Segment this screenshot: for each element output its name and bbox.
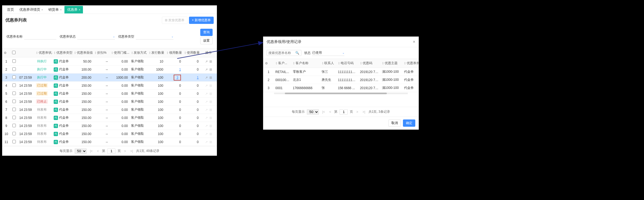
col-contact[interactable]: ▲▼联系人 bbox=[320, 59, 336, 68]
table-row[interactable]: 814 23:59待发布代代金券150.00--0.00客户领取10000↗⊞ bbox=[2, 114, 217, 122]
qr-icon[interactable]: ⊞ bbox=[209, 60, 212, 63]
close-icon[interactable]: × bbox=[79, 8, 80, 11]
table-row[interactable]: 614 23:59已终止代代金券150.00--0.00客户领取10000↗⊞ bbox=[2, 98, 217, 106]
filter-bar: 优惠券名称 优惠券状态 ⌄ 优惠券类型 ⌄ 查询 设置 bbox=[2, 27, 217, 48]
row-checkbox[interactable] bbox=[12, 124, 16, 127]
share-icon[interactable]: ↗ bbox=[205, 68, 208, 71]
table-row[interactable]: 1RETAIL...零散客户张三111111111112019120 70...… bbox=[263, 68, 419, 76]
row-checkbox[interactable] bbox=[12, 132, 16, 135]
sort-icon: ▲▼ bbox=[360, 62, 362, 65]
page-last[interactable]: >| bbox=[129, 149, 134, 153]
row-claimed: 0 bbox=[165, 98, 183, 106]
tabs-bar: 首页优惠券详情页×销货单×优惠券× bbox=[2, 5, 217, 14]
row-checkbox[interactable] bbox=[12, 92, 16, 95]
row-issued: 10 bbox=[147, 57, 165, 66]
row-checkbox[interactable] bbox=[12, 140, 16, 143]
col-subject[interactable]: ▲▼优惠主题 bbox=[380, 59, 402, 68]
table-row[interactable]: 1114 23:59待发布代代金券150.00--0.00客户领取10000↗⊞ bbox=[2, 138, 217, 146]
col-phone[interactable]: ▲▼电话号码 bbox=[336, 59, 358, 68]
modal-body: ⚙ ▲▼客户... ▲▼客户名称 ▲▼联系人 ▲▼电话号码 ▲▼优惠码 ▲▼优惠… bbox=[263, 59, 419, 107]
add-coupon-button[interactable]: + 新增优惠券 bbox=[189, 17, 214, 24]
confirm-button[interactable]: 确定 bbox=[403, 119, 415, 127]
settings-button[interactable]: 设置 bbox=[200, 37, 213, 44]
select-all-checkbox[interactable] bbox=[12, 51, 16, 54]
col-type[interactable]: ▲▼优惠券类型 bbox=[52, 48, 72, 57]
filter-name-input[interactable] bbox=[24, 34, 56, 39]
table-row[interactable]: 714 23:59待发布代代金券150.00--0.00客户领取10000↗⊞ bbox=[2, 106, 217, 114]
filter-status-select[interactable]: ⌄ bbox=[77, 34, 115, 39]
cancel-button[interactable]: 取消 bbox=[388, 119, 401, 127]
col-face[interactable]: ▲▼优惠券面值 bbox=[72, 48, 93, 57]
row-checkbox[interactable] bbox=[12, 116, 16, 119]
row-index: 5 bbox=[2, 90, 10, 98]
col-cust-code[interactable]: ▲▼客户... bbox=[274, 59, 291, 68]
sort-icon: ▲▼ bbox=[275, 62, 278, 65]
tab[interactable]: 首页 bbox=[4, 6, 17, 13]
row-ops: ↗⊞ bbox=[200, 57, 217, 66]
table-row[interactable]: 3000117666666666张156 6666 ...2019120 70.… bbox=[263, 84, 419, 92]
page-input[interactable] bbox=[340, 109, 348, 115]
col-issued[interactable]: ▲▼发行数量 bbox=[147, 48, 165, 57]
per-page-select[interactable]: 50 bbox=[75, 148, 87, 154]
table-row[interactable]: 1待执行代代金券50.00--0.00客户领取1000↗⊞ bbox=[2, 57, 217, 66]
page-next[interactable]: > bbox=[355, 110, 359, 114]
tab[interactable]: 优惠券详情页× bbox=[17, 6, 46, 13]
table-row[interactable]: 514 23:59已过期代代金券150.00--0.00客户领取10000↗⊞ bbox=[2, 90, 217, 98]
page-prefix: 第 bbox=[334, 110, 337, 114]
col-cust-name[interactable]: ▲▼客户名称 bbox=[291, 59, 320, 68]
row-checkbox[interactable] bbox=[12, 75, 16, 79]
row-issued: 100 bbox=[147, 130, 165, 138]
close-icon[interactable]: × bbox=[60, 8, 61, 11]
table-row[interactable]: 1014 23:59待发布代代金券150.00--0.00客户领取10000↗⊞ bbox=[2, 130, 217, 138]
col-method[interactable]: ▲▼发放方式 bbox=[129, 48, 147, 57]
row-checkbox[interactable] bbox=[12, 67, 16, 71]
used-link[interactable]: 1 bbox=[197, 76, 199, 79]
close-icon[interactable]: × bbox=[413, 39, 415, 44]
per-page-select[interactable]: 50 bbox=[307, 109, 319, 115]
row-checkbox[interactable] bbox=[12, 100, 16, 103]
col-discount[interactable]: ▲▼折扣% bbox=[93, 48, 110, 57]
col-used[interactable]: ▲▼使用数量 bbox=[183, 48, 200, 57]
row-checkbox[interactable] bbox=[12, 59, 16, 63]
gear-header[interactable]: ⚙ bbox=[263, 59, 274, 68]
page-next[interactable]: > bbox=[123, 149, 127, 153]
page-prev[interactable]: < bbox=[328, 110, 332, 114]
page-first[interactable]: |< bbox=[89, 149, 94, 153]
filter-type-select[interactable]: ⌄ bbox=[136, 34, 173, 39]
table-row[interactable]: 200010001北京1唐先生111111111112019120 70...满… bbox=[263, 76, 419, 84]
share-icon[interactable]: ↗ bbox=[205, 60, 208, 63]
col-claimed[interactable]: ▲▼领用数量 bbox=[165, 48, 183, 57]
table-row[interactable]: 414 23:59已过期代代金券150.00--0.00客户领取10000↗⊞ bbox=[2, 82, 217, 90]
row-type: 代代金券 bbox=[52, 90, 72, 98]
tab[interactable]: 优惠券× bbox=[64, 6, 83, 13]
col-coupon-code[interactable]: ▲▼优惠码 bbox=[358, 59, 380, 68]
col-status[interactable]: ▲▼优惠券状态 bbox=[34, 48, 52, 57]
distribute-button[interactable]: ⊞发放优惠券 bbox=[162, 17, 187, 24]
state-select[interactable]: 已使用 ⌄ bbox=[312, 50, 344, 56]
col-threshold[interactable]: ▲▼使用门槛... bbox=[110, 48, 129, 57]
share-icon[interactable]: ↗ bbox=[205, 76, 208, 79]
query-button[interactable]: 查询 bbox=[200, 29, 213, 36]
search-box[interactable]: 🔍 bbox=[267, 50, 301, 56]
page-prev[interactable]: < bbox=[96, 149, 100, 153]
row-checkbox[interactable] bbox=[12, 108, 16, 111]
qr-icon[interactable]: ⊞ bbox=[209, 68, 212, 71]
table-row[interactable]: 307 23:59执行中代代金券200.00--1000.00客户领取10031… bbox=[2, 74, 217, 82]
gear-header[interactable]: ⚙ bbox=[2, 48, 10, 57]
qr-icon[interactable]: ⊞ bbox=[209, 76, 212, 79]
tab[interactable]: 销货单× bbox=[46, 6, 64, 13]
row-checkbox[interactable] bbox=[12, 83, 16, 87]
claimed-link[interactable]: 1 bbox=[179, 68, 181, 71]
page-input[interactable] bbox=[107, 148, 115, 154]
search-input[interactable] bbox=[268, 51, 295, 55]
table-row[interactable]: 2执行中代代金券100.00--0.00客户领取100010↗⊞ bbox=[2, 66, 217, 74]
usage-modal: 优惠券领用/使用记录 × 🔍 状态 已使用 ⌄ ⚙ ▲▼客户 bbox=[263, 37, 419, 130]
claimed-link[interactable]: 3 bbox=[176, 76, 178, 79]
checkbox-header[interactable] bbox=[10, 48, 18, 57]
table-row[interactable]: 914 23:59待发布代代金券150.00--0.00客户领取10000↗⊞ bbox=[2, 122, 217, 130]
page-last[interactable]: >| bbox=[362, 110, 366, 114]
page-first[interactable]: |< bbox=[321, 110, 326, 114]
col-type[interactable]: ▲▼优惠券类 bbox=[402, 59, 419, 68]
close-icon[interactable]: × bbox=[41, 8, 43, 11]
horizontal-scrollbar[interactable] bbox=[274, 93, 408, 94]
